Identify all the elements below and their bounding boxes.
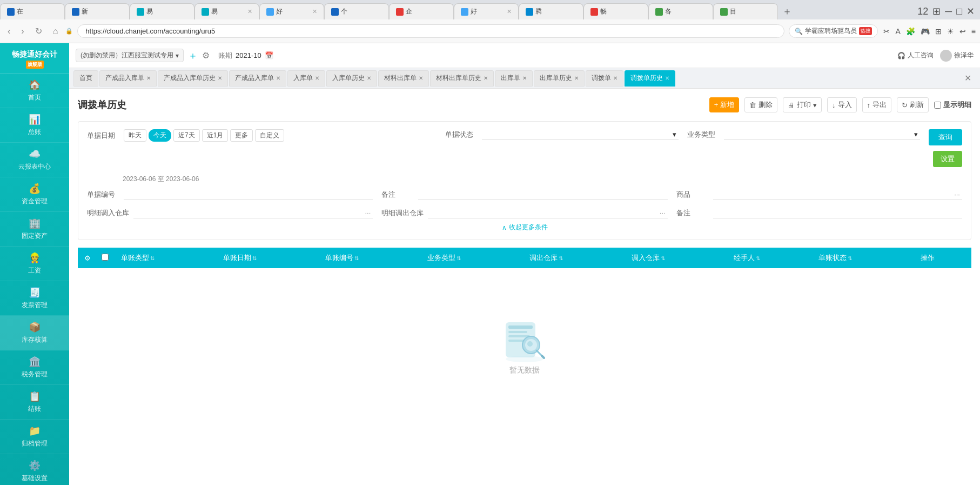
tab-product-in-history[interactable]: 产成品入库单历史 ✕ [158, 70, 228, 87]
tab-transfer[interactable]: 调拨单 ✕ [586, 70, 623, 87]
sidebar-item-payroll[interactable]: 👷 工资 [0, 247, 69, 281]
minimize-button[interactable]: ─ [945, 6, 952, 17]
tab-close-product-in[interactable]: ✕ [146, 75, 151, 81]
tab-close-outbound-history[interactable]: ✕ [574, 75, 579, 81]
tab-outbound-history[interactable]: 出库单历史 ✕ [534, 70, 585, 87]
product-dots-icon[interactable]: ··· [952, 190, 962, 198]
sidebar-item-close[interactable]: 📋 结账 [0, 385, 69, 420]
tab-outbound[interactable]: 出库单 ✕ [495, 70, 533, 87]
browser-tab-10[interactable]: 畅 [583, 3, 648, 19]
browser-tab-7[interactable]: 企 [389, 3, 454, 19]
tab-product-in-2[interactable]: 产成品入库单 ✕ [229, 70, 286, 87]
sort-in-warehouse-icon[interactable]: ⇅ [661, 255, 665, 261]
forward-button[interactable]: › [18, 25, 27, 37]
home-browser-button[interactable]: ⌂ [50, 25, 62, 37]
search-bar[interactable]: 🔍 学霸应聘场驱鸟员 热搜 [789, 24, 878, 38]
display-toggle[interactable]: 显示明细 [934, 100, 971, 110]
detail-in-dots-icon[interactable]: ··· [363, 209, 373, 217]
user-info[interactable]: 徐泽华 [940, 50, 974, 62]
date-7days[interactable]: 近7天 [173, 129, 200, 142]
sidebar-item-ledger[interactable]: 📊 总账 [0, 108, 69, 143]
sidebar-item-settings[interactable]: ⚙️ 基础设置 [0, 454, 69, 485]
sidebar-item-inventory[interactable]: 📦 库存核算 [0, 316, 69, 350]
detail-out-selector[interactable]: ··· [428, 208, 667, 218]
tab-close-transfer-history[interactable]: ✕ [665, 75, 669, 81]
new-tab-button[interactable]: ＋ [778, 5, 796, 18]
tab-product-in[interactable]: 产成品入库单 ✕ [99, 70, 157, 87]
docno-input[interactable] [124, 189, 373, 200]
sidebar-item-assets[interactable]: 🏢 固定资产 [0, 212, 69, 247]
browser-tab-8[interactable]: 好 ✕ [454, 3, 519, 19]
refresh-browser-button[interactable]: ↻ [32, 25, 45, 37]
sort-handler-icon[interactable]: ⇅ [756, 255, 760, 261]
tab-home[interactable]: 首页 [73, 70, 98, 87]
date-1month[interactable]: 近1月 [202, 129, 229, 142]
th-checkbox[interactable] [97, 248, 117, 268]
sidebar-item-cash[interactable]: 💰 资金管理 [0, 177, 69, 212]
add-company-button[interactable]: ＋ [188, 49, 198, 62]
browser-tab-4[interactable]: 易 ✕ [194, 3, 259, 19]
detail-out-input[interactable] [428, 208, 657, 218]
business-select[interactable]: ▾ [724, 129, 920, 140]
th-settings[interactable]: ⚙ [78, 248, 97, 268]
browser-tab-2[interactable]: 新 [65, 3, 130, 19]
collapse-button[interactable]: ∧ 收起更多条件 [87, 223, 962, 232]
sidebar-item-invoice[interactable]: 🧾 发票管理 [0, 281, 69, 316]
service-button[interactable]: 🎧 人工咨询 [897, 51, 934, 60]
tab-close-product-in-history[interactable]: ✕ [218, 75, 222, 81]
tab-close-4[interactable]: ✕ [247, 8, 252, 15]
browser-tab-6[interactable]: 个 [324, 3, 389, 19]
remark-input[interactable] [418, 189, 667, 200]
browser-tab-9[interactable]: 腾 [519, 3, 583, 19]
tab-close-transfer[interactable]: ✕ [613, 75, 617, 81]
import-button[interactable]: ↓ 导入 [827, 97, 857, 112]
tab-close-product-in-2[interactable]: ✕ [276, 75, 280, 81]
tab-close-material-out-history[interactable]: ✕ [484, 75, 488, 81]
sort-doc-date-icon[interactable]: ⇅ [252, 255, 257, 261]
browser-tab-3[interactable]: 易 [130, 3, 194, 19]
browser-tab-12[interactable]: 目 [713, 3, 778, 19]
query-button[interactable]: 查询 [929, 129, 962, 145]
date-more[interactable]: 更多 [230, 129, 253, 142]
tab-close-8[interactable]: ✕ [507, 8, 512, 15]
tab-close-outbound[interactable]: ✕ [522, 75, 527, 81]
export-button[interactable]: ↑ 导出 [862, 97, 892, 112]
browser-tab-11[interactable]: 各 [648, 3, 713, 19]
delete-button[interactable]: 🗑 删除 [744, 97, 777, 112]
sort-doc-status-icon[interactable]: ⇅ [848, 255, 852, 261]
display-checkbox[interactable] [934, 102, 941, 109]
remark2-input[interactable] [713, 208, 962, 218]
browser-tab-5[interactable]: 好 ✕ [259, 3, 324, 19]
date-custom[interactable]: 自定义 [255, 129, 284, 142]
close-window-button[interactable]: ✕ [966, 5, 975, 17]
calendar-icon[interactable]: 📅 [265, 51, 273, 59]
product-input[interactable] [713, 189, 952, 200]
detail-in-input[interactable] [133, 208, 363, 218]
detail-out-dots-icon[interactable]: ··· [657, 209, 668, 217]
print-button[interactable]: 🖨 打印 ▾ [783, 97, 822, 112]
sidebar-item-tax[interactable]: 🏛️ 税务管理 [0, 350, 69, 385]
tab-inbound-history[interactable]: 入库单历史 ✕ [326, 70, 377, 87]
address-input[interactable] [77, 24, 784, 38]
maximize-button[interactable]: □ [956, 6, 962, 17]
table-settings-icon[interactable]: ⚙ [84, 254, 91, 262]
tab-close-material-out[interactable]: ✕ [419, 75, 423, 81]
tab-inbound[interactable]: 入库单 ✕ [287, 70, 325, 87]
sort-doc-type-icon[interactable]: ⇅ [150, 255, 155, 261]
back-button[interactable]: ‹ [4, 25, 14, 37]
add-button[interactable]: + 新增 [709, 97, 739, 112]
sidebar-item-archive[interactable]: 📁 归档管理 [0, 420, 69, 454]
sidebar-item-home[interactable]: 🏠 首页 [0, 74, 69, 108]
product-selector[interactable]: ··· [713, 189, 962, 200]
tab-material-out[interactable]: 材料出库单 ✕ [378, 70, 429, 87]
select-all-checkbox[interactable] [102, 254, 109, 261]
sort-doc-no-icon[interactable]: ⇅ [354, 255, 359, 261]
date-today[interactable]: 今天 [149, 129, 171, 142]
tab-close-inbound-history[interactable]: ✕ [367, 75, 371, 81]
sort-out-warehouse-icon[interactable]: ⇅ [559, 255, 563, 261]
sidebar-item-report[interactable]: ☁️ 云报表中心 [0, 143, 69, 177]
tab-close-5[interactable]: ✕ [312, 8, 317, 15]
settings-company-icon[interactable]: ⚙ [202, 50, 210, 61]
browser-tab-1[interactable]: 在 [0, 3, 65, 19]
date-yesterday[interactable]: 昨天 [124, 129, 146, 142]
